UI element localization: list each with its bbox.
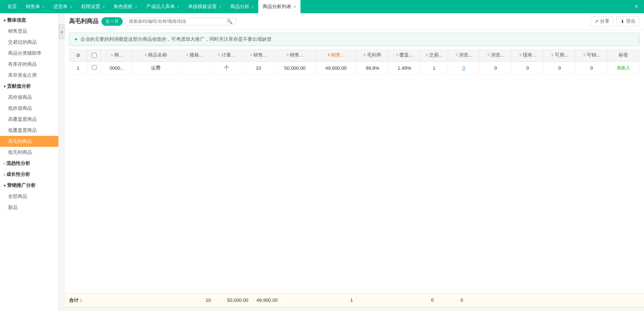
close-icon[interactable]: ×: [177, 4, 179, 9]
data-table: ⚙ ⇅商... ⇅商品名称 ⇅规格...: [69, 49, 640, 75]
cell-tag: 高收入: [607, 62, 639, 75]
sidebar-item-low-value[interactable]: 低价值商品: [0, 103, 58, 114]
sidebar-item-traded-goods[interactable]: 交易过的商品: [0, 37, 58, 48]
expand-arrow-icon: ▾: [4, 184, 6, 188]
nav-sales-order[interactable]: 销售单 ×: [21, 0, 49, 13]
nav-product-inbound[interactable]: 产成品入库单 ×: [142, 0, 184, 13]
cell-browse1[interactable]: 0: [448, 62, 480, 75]
content-area: 高毛利商品 近一月 🔍 ↗ 分享 ⬇ 导出 ✦ 企业的主要的利润都是这部分商品创…: [65, 13, 644, 311]
close-icon[interactable]: ×: [135, 4, 137, 9]
cell-unit: 个: [211, 62, 242, 75]
main-layout: ▾ 整体信息 销售货品 交易过的商品 商品分类辅助率 有库存的商品 库存资金占用…: [0, 13, 644, 311]
cell-available-stock: 0: [544, 62, 576, 75]
search-icon[interactable]: 🔍: [227, 19, 233, 24]
col-unit: ⇅计量...: [211, 49, 242, 62]
nav-home[interactable]: 首页: [3, 0, 21, 13]
col-sales-qty: ⇅销售...: [242, 49, 274, 62]
cell-transaction: 1: [420, 62, 448, 75]
sidebar-item-all-goods[interactable]: 全部商品: [0, 191, 58, 202]
cell-spec: [179, 62, 211, 75]
footer-sales-amount: 50,000.00: [223, 297, 252, 303]
col-transaction: ⇅交易...: [420, 49, 448, 62]
sidebar-section-trend[interactable]: › 流趋性分析: [0, 158, 58, 169]
cell-sales-cost: 49,900.00: [316, 62, 357, 75]
nav-role-auth[interactable]: 角色授权 ×: [109, 0, 141, 13]
filter-recent-month-button[interactable]: 近一月: [101, 17, 123, 26]
footer-sales-qty: 10: [194, 297, 223, 303]
row-checkbox[interactable]: [92, 65, 97, 70]
table-row: 1 0000... 运费 个 10 50,000.00 49,900.00 99…: [69, 62, 640, 75]
sidebar-item-high-coverage[interactable]: 高覆盖度商品: [0, 114, 58, 125]
footer-sellable-stock: 0: [447, 297, 476, 303]
nav-permission-settings[interactable]: 权限设置 ×: [77, 0, 109, 13]
close-icon[interactable]: ×: [102, 4, 105, 9]
col-sellable-stock: ⇅可销...: [576, 49, 608, 62]
close-icon[interactable]: ×: [294, 4, 296, 9]
close-icon[interactable]: ×: [219, 4, 221, 9]
close-icon[interactable]: ×: [42, 4, 44, 9]
sidebar-item-stocked-goods[interactable]: 有库存的商品: [0, 59, 58, 70]
info-icon: ✦: [74, 36, 78, 42]
export-button[interactable]: ⬇ 导出: [616, 16, 640, 26]
sidebar-collapse-button[interactable]: «: [59, 24, 65, 39]
bottom-scrollbar[interactable]: [65, 307, 644, 311]
sidebar-section-contribution[interactable]: ▾ 贡献值分析: [0, 81, 58, 92]
footer-available-stock: 0: [418, 297, 447, 303]
cell-coverage: 1.49%: [388, 62, 420, 75]
col-name: ⇅商品名称: [133, 49, 179, 62]
col-checkbox: [87, 49, 101, 62]
sidebar-section-overall[interactable]: ▾ 整体信息: [0, 15, 58, 26]
footer-label: 合计：: [69, 297, 83, 304]
nav-product-analysis[interactable]: 商品分析 ×: [226, 0, 258, 13]
page-title: 高毛利商品: [69, 18, 98, 25]
col-sku-code: ⇅商...: [101, 49, 133, 62]
col-sales-amount: ⇅销售...: [274, 49, 316, 62]
table-container[interactable]: ⚙ ⇅商... ⇅商品名称 ⇅规格...: [69, 49, 640, 293]
export-icon: ⬇: [620, 19, 625, 24]
top-navigation: 首页 销售单 × 进货单 × 权限设置 × 角色授权 × 产成品入库单 × 单据…: [0, 0, 644, 13]
cell-checkbox: [87, 62, 101, 75]
share-button[interactable]: ↗ 分享: [590, 16, 614, 26]
nav-purchase-order[interactable]: 进货单 ×: [49, 0, 76, 13]
col-browse1: ⇅浏览...: [448, 49, 480, 62]
nav-product-analysis-list[interactable]: 商品分析列表 ×: [258, 0, 300, 13]
select-all-checkbox[interactable]: [92, 53, 97, 58]
sidebar-item-low-margin[interactable]: 低毛利商品: [0, 147, 58, 158]
sidebar-item-sales-goods[interactable]: 销售货品: [0, 26, 58, 37]
settings-icon[interactable]: ⚙: [76, 53, 80, 58]
sidebar-item-high-margin[interactable]: 高毛利商品: [0, 136, 58, 147]
col-spec: ⇅规格...: [179, 49, 211, 62]
nav-template-settings[interactable]: 单据模板设置 ×: [184, 0, 226, 13]
sidebar-item-category-rate[interactable]: 商品分类辅助率: [0, 48, 58, 59]
sidebar-item-new-goods[interactable]: 新品: [0, 202, 58, 213]
cell-name: 运费: [133, 62, 179, 75]
sidebar-item-low-coverage[interactable]: 低覆盖度商品: [0, 125, 58, 136]
header-actions: ↗ 分享 ⬇ 导出: [590, 16, 640, 26]
col-gross-margin: ⇅毛利率: [356, 49, 388, 62]
sidebar-item-high-value[interactable]: 高价值商品: [0, 92, 58, 103]
col-current-stock: ⇅现有...: [512, 49, 544, 62]
cell-sellable-stock: 0: [576, 62, 608, 75]
cell-browse2: 0: [480, 62, 512, 75]
col-browse2: ⇅浏览...: [480, 49, 512, 62]
close-icon[interactable]: ×: [70, 4, 72, 9]
close-icon[interactable]: ×: [252, 4, 254, 9]
table-footer: 合计： 10 50,000.00 49,900.00 1 0 0: [65, 293, 644, 307]
cell-index: 1: [69, 62, 87, 75]
cell-gross-margin: 99.8%: [356, 62, 388, 75]
close-all-button[interactable]: ×: [635, 3, 641, 10]
sidebar-item-stock-capital[interactable]: 库存资金占用: [0, 70, 58, 81]
col-index: ⚙: [69, 49, 87, 62]
sidebar-section-growth[interactable]: › 成长性分析: [0, 169, 58, 180]
share-icon: ↗: [594, 19, 598, 24]
col-tag: 标签: [607, 49, 639, 62]
info-banner: ✦ 企业的主要的利润都是这部分商品创造的，可考虑加大推广，同时关注库存是不要出现…: [69, 33, 640, 46]
search-box: 🔍: [126, 18, 236, 25]
search-input[interactable]: [129, 19, 225, 24]
footer-sales-cost: 49,900.00: [252, 297, 282, 303]
sidebar-section-marketing[interactable]: ▾ 营销推广分析: [0, 180, 58, 191]
cell-sales-qty: 10: [242, 62, 274, 75]
table-header-row: ⚙ ⇅商... ⇅商品名称 ⇅规格...: [69, 49, 640, 62]
col-sales-cost: ⇅销售...: [316, 49, 357, 62]
footer-transaction: 1: [337, 297, 366, 303]
